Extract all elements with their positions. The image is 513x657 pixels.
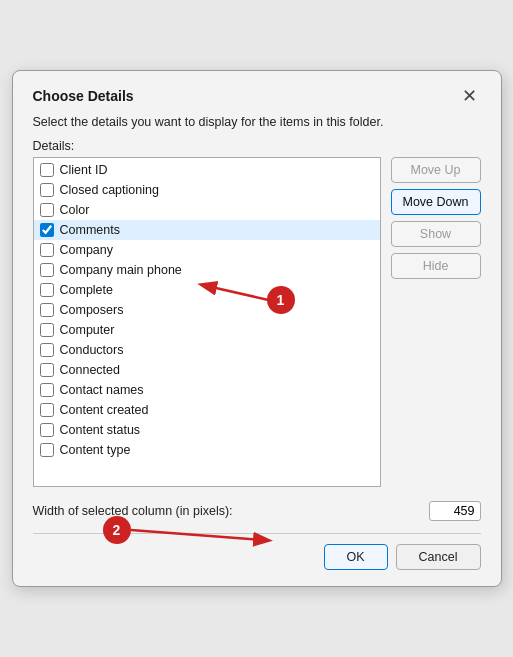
list-item-label: Computer	[60, 323, 115, 337]
list-item-checkbox[interactable]	[40, 203, 54, 217]
list-item-label: Contact names	[60, 383, 144, 397]
details-label: Details:	[33, 139, 481, 153]
divider	[33, 533, 481, 534]
list-item-label: Content type	[60, 443, 131, 457]
list-item[interactable]: Client ID	[34, 160, 380, 180]
list-item[interactable]: Content created	[34, 400, 380, 420]
list-item-label: Composers	[60, 303, 124, 317]
list-item-label: Color	[60, 203, 90, 217]
dialog-title: Choose Details	[33, 88, 134, 104]
list-item[interactable]: Complete	[34, 280, 380, 300]
list-item[interactable]: Content status	[34, 420, 380, 440]
move-up-button[interactable]: Move Up	[391, 157, 481, 183]
list-item[interactable]: Content type	[34, 440, 380, 460]
width-input[interactable]	[429, 501, 481, 521]
svg-line-1	[131, 530, 263, 540]
close-button[interactable]: ✕	[458, 87, 481, 105]
list-item[interactable]: Conductors	[34, 340, 380, 360]
list-item[interactable]: Company main phone	[34, 260, 380, 280]
list-item[interactable]: Connected	[34, 360, 380, 380]
list-item[interactable]: Comments	[34, 220, 380, 240]
show-button[interactable]: Show	[391, 221, 481, 247]
title-bar: Choose Details ✕	[33, 87, 481, 105]
list-item-checkbox[interactable]	[40, 403, 54, 417]
list-item-label: Content created	[60, 403, 149, 417]
list-item-label: Connected	[60, 363, 120, 377]
list-item-checkbox[interactable]	[40, 223, 54, 237]
list-item[interactable]: Composers	[34, 300, 380, 320]
list-item-checkbox[interactable]	[40, 383, 54, 397]
list-item-checkbox[interactable]	[40, 183, 54, 197]
list-item-checkbox[interactable]	[40, 443, 54, 457]
list-item-label: Complete	[60, 283, 114, 297]
list-item-label: Company main phone	[60, 263, 182, 277]
list-item-checkbox[interactable]	[40, 283, 54, 297]
list-item-label: Content status	[60, 423, 141, 437]
list-item[interactable]: Contact names	[34, 380, 380, 400]
choose-details-dialog: Choose Details ✕ Select the details you …	[12, 70, 502, 587]
list-item[interactable]: Company	[34, 240, 380, 260]
list-item-checkbox[interactable]	[40, 343, 54, 357]
list-item[interactable]: Closed captioning	[34, 180, 380, 200]
move-down-button[interactable]: Move Down	[391, 189, 481, 215]
list-item-checkbox[interactable]	[40, 363, 54, 377]
main-content: Client IDClosed captioningColorCommentsC…	[33, 157, 481, 487]
hide-button[interactable]: Hide	[391, 253, 481, 279]
list-item-label: Conductors	[60, 343, 124, 357]
list-item[interactable]: Color	[34, 200, 380, 220]
list-item-label: Closed captioning	[60, 183, 159, 197]
list-item-label: Client ID	[60, 163, 108, 177]
action-buttons: Move Up Move Down Show Hide	[391, 157, 481, 279]
list-item[interactable]: Computer	[34, 320, 380, 340]
list-item-checkbox[interactable]	[40, 303, 54, 317]
ok-button[interactable]: OK	[324, 544, 388, 570]
list-item-checkbox[interactable]	[40, 323, 54, 337]
list-item-checkbox[interactable]	[40, 263, 54, 277]
list-item-checkbox[interactable]	[40, 163, 54, 177]
list-item-label: Company	[60, 243, 114, 257]
width-row: Width of selected column (in pixels):	[33, 501, 481, 521]
details-list[interactable]: Client IDClosed captioningColorCommentsC…	[33, 157, 381, 487]
list-item-label: Comments	[60, 223, 120, 237]
list-item-checkbox[interactable]	[40, 243, 54, 257]
footer-row: 2 OK Cancel	[33, 544, 481, 570]
list-item-checkbox[interactable]	[40, 423, 54, 437]
cancel-button[interactable]: Cancel	[396, 544, 481, 570]
dialog-description: Select the details you want to display f…	[33, 115, 481, 129]
width-label: Width of selected column (in pixels):	[33, 504, 421, 518]
